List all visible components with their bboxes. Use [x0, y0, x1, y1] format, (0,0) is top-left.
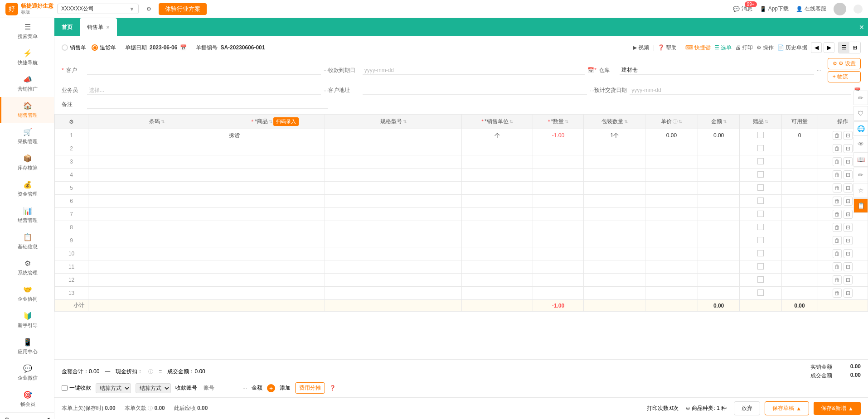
cell-spec[interactable] [325, 274, 462, 287]
cell-amount[interactable] [698, 274, 739, 287]
logistics-button[interactable]: + 物流 [828, 71, 861, 82]
sidebar-item-app-center[interactable]: 📱 应用中心 [0, 333, 54, 360]
settings-button[interactable]: ⚙ ⚙ 设置 [828, 58, 861, 69]
sidebar-item-basic-info[interactable]: 📋 基础信息 [0, 228, 54, 255]
cell-barcode[interactable] [88, 260, 225, 274]
sidebar-item-marketing[interactable]: 📣 营销推广 [0, 71, 54, 97]
cell-unit-price[interactable] [645, 221, 698, 234]
settings-icon[interactable]: ⚙ [142, 3, 155, 15]
remark-input[interactable] [87, 100, 328, 109]
delete-row-button[interactable]: 🗑 [833, 223, 842, 232]
salesperson-input[interactable] [87, 86, 321, 95]
delete-row-button[interactable]: 🗑 [833, 249, 842, 258]
print-button[interactable]: 🖨 打印 [735, 44, 753, 52]
cell-quantity[interactable] [533, 155, 584, 169]
cell-quantity[interactable] [533, 247, 584, 260]
tab-home[interactable]: 首页 [54, 18, 80, 36]
cell-gift[interactable] [740, 195, 781, 208]
cell-amount[interactable] [698, 234, 739, 247]
operate-button[interactable]: ⚙ 操作 [756, 44, 774, 52]
close-window-icon[interactable]: ✕ [859, 24, 864, 31]
cell-pack-qty[interactable] [584, 169, 645, 182]
due-date-calendar-icon[interactable]: 📅 [587, 67, 594, 73]
fee-split-button[interactable]: 费用分摊 [295, 382, 325, 394]
grid-view-button[interactable]: ⊞ [849, 42, 860, 53]
copy-row-button[interactable]: ⊡ [844, 289, 853, 298]
copy-row-button[interactable]: ⊡ [844, 236, 853, 245]
cell-quantity[interactable] [533, 195, 584, 208]
cell-barcode[interactable] [88, 195, 225, 208]
one-click-pay-checkbox[interactable] [62, 385, 68, 391]
sidebar-item-search[interactable]: ☰ 搜索菜单 [0, 18, 54, 44]
online-service-button[interactable]: 👤 在线客服 [796, 5, 826, 13]
float-star-button[interactable]: ☆ [853, 183, 868, 197]
radio-return[interactable]: 退货单 [92, 44, 116, 52]
cell-pack-qty[interactable] [584, 247, 645, 260]
cell-spec[interactable] [325, 182, 462, 195]
delete-row-button[interactable]: 🗑 [833, 275, 842, 284]
cell-barcode[interactable] [88, 247, 225, 260]
cell-gift[interactable] [740, 247, 781, 260]
cell-barcode[interactable] [88, 182, 225, 195]
sidebar-item-purchase[interactable]: 🛒 采购管理 [0, 123, 54, 149]
col-gear[interactable]: ⚙ [55, 115, 88, 129]
sidebar-item-finance[interactable]: 💰 资金管理 [0, 176, 54, 202]
cell-amount[interactable] [698, 287, 739, 300]
cell-unit[interactable] [462, 234, 533, 247]
cell-unit[interactable] [462, 155, 533, 169]
cell-quantity[interactable] [533, 221, 584, 234]
history-button[interactable]: 📄 历史单据 [777, 44, 807, 52]
cell-amount[interactable] [698, 169, 739, 182]
cell-gift[interactable] [740, 287, 781, 300]
video-button[interactable]: ▶ 视频 [633, 44, 649, 52]
delete-row-button[interactable]: 🗑 [833, 236, 842, 245]
calendar-icon[interactable]: 📅 [180, 44, 187, 51]
cell-quantity[interactable] [533, 182, 584, 195]
sidebar-item-guide[interactable]: 🔰 新手引导 [0, 307, 54, 333]
cell-barcode[interactable] [88, 274, 225, 287]
cell-product[interactable] [225, 208, 325, 221]
scan-button[interactable]: 扫码录入 [273, 117, 299, 126]
cell-gift[interactable] [740, 234, 781, 247]
warehouse-input[interactable] [620, 66, 814, 75]
copy-row-button[interactable]: ⊡ [844, 262, 853, 271]
filter-button[interactable]: ☰ 选单 [714, 44, 732, 52]
cell-barcode[interactable] [88, 287, 225, 300]
cell-pack-qty[interactable] [584, 260, 645, 274]
cell-pack-qty[interactable] [584, 287, 645, 300]
cell-barcode[interactable] [88, 155, 225, 169]
copy-row-button[interactable]: ⊡ [844, 223, 853, 232]
cell-pack-qty[interactable]: 1个 [584, 129, 645, 142]
delete-row-button[interactable]: 🗑 [833, 131, 842, 140]
sidebar-item-system[interactable]: ⚙ 系统管理 [0, 255, 54, 281]
cell-gift[interactable] [740, 182, 781, 195]
cell-quantity[interactable] [533, 142, 584, 155]
help-button[interactable]: ❓ 帮助 [658, 44, 677, 52]
customer-input[interactable] [87, 66, 321, 75]
cell-spec[interactable] [325, 260, 462, 274]
copy-row-button[interactable]: ⊡ [844, 170, 853, 179]
sidebar-item-member[interactable]: 🎯 畅会员 [0, 386, 54, 412]
cell-unit-price[interactable] [645, 169, 698, 182]
customer-address-input[interactable] [363, 86, 587, 95]
cell-pack-qty[interactable] [584, 182, 645, 195]
cell-product[interactable] [225, 169, 325, 182]
gear-col-icon[interactable]: ⚙ [69, 119, 74, 125]
cell-quantity[interactable] [533, 169, 584, 182]
cell-pack-qty[interactable] [584, 195, 645, 208]
cell-pack-qty[interactable] [584, 234, 645, 247]
cell-product[interactable] [225, 182, 325, 195]
float-shield-button[interactable]: 🛡 [853, 106, 868, 120]
float-eye-button[interactable]: 👁 [853, 137, 868, 151]
cell-product[interactable] [225, 274, 325, 287]
expected-date-input[interactable] [630, 86, 851, 95]
cell-product[interactable]: 拆货 [225, 129, 325, 142]
cell-spec[interactable] [325, 155, 462, 169]
account-dots[interactable]: ··· [242, 385, 247, 391]
float-edit-button[interactable]: ✏ [853, 168, 868, 182]
delete-row-button[interactable]: 🗑 [833, 144, 842, 153]
sidebar-item-enterprise[interactable]: 🤝 企业协同 [0, 281, 54, 307]
cell-barcode[interactable] [88, 169, 225, 182]
tab-close-icon[interactable]: ✕ [106, 25, 110, 30]
cell-amount[interactable] [698, 142, 739, 155]
